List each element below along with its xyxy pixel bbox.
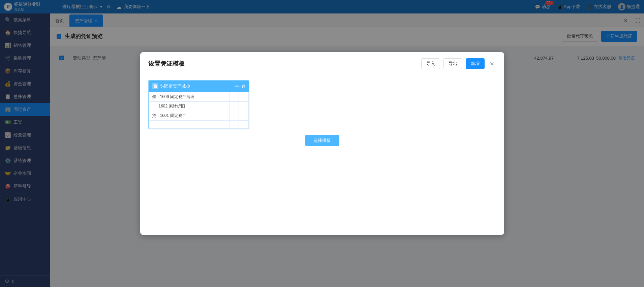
entry-amount-debit-3 xyxy=(229,111,239,121)
select-template-btn[interactable]: 选择模板 xyxy=(305,135,339,146)
import-btn[interactable]: 导入 xyxy=(421,58,440,69)
template-edit-icon[interactable]: ✏ xyxy=(235,84,239,89)
entry-amount-credit-2 xyxy=(239,102,248,111)
entry-type-1: 借：1606 固定资产清理 xyxy=(149,92,229,102)
entry-amount-debit-2 xyxy=(229,102,239,111)
template-table: 借：1606 固定资产清理 1602 累计折旧 贷：1601 固定资产 xyxy=(149,92,249,129)
modal-action-btns: 导入 导出 新增 ✕ xyxy=(421,58,496,69)
template-card-name: 5-固定资产减少 xyxy=(160,83,233,89)
template-card-icon: 📄 xyxy=(152,83,158,89)
modal-overlay: 设置凭证模板 导入 导出 新增 ✕ 📄 5-固定资产减少 ✏ 🗑 xyxy=(0,0,644,287)
modal-dialog: 设置凭证模板 导入 导出 新增 ✕ 📄 5-固定资产减少 ✏ 🗑 xyxy=(140,52,504,235)
export-btn[interactable]: 导出 xyxy=(443,58,462,69)
entry-type-3: 贷：1601 固定资产 xyxy=(149,111,229,121)
template-delete-icon[interactable]: 🗑 xyxy=(241,84,245,89)
template-card: 📄 5-固定资产减少 ✏ 🗑 借：1606 固定资产清理 xyxy=(148,80,249,129)
entry-row-1: 借：1606 固定资产清理 xyxy=(149,92,248,102)
empty-row xyxy=(149,121,248,129)
entry-type-2: 1602 累计折旧 xyxy=(149,102,229,111)
entry-amount-credit-1 xyxy=(239,92,248,102)
template-card-header: 📄 5-固定资产减少 ✏ 🗑 xyxy=(149,81,249,92)
entry-amount-debit-1 xyxy=(229,92,239,102)
modal-body: 📄 5-固定资产减少 ✏ 🗑 借：1606 固定资产清理 xyxy=(140,73,504,235)
modal-header: 设置凭证模板 导入 导出 新增 ✕ xyxy=(140,52,504,73)
template-card-actions: ✏ 🗑 xyxy=(235,84,245,89)
entry-row-2: 1602 累计折旧 xyxy=(149,102,248,111)
entry-row-3: 贷：1601 固定资产 xyxy=(149,111,248,121)
new-btn[interactable]: 新增 xyxy=(466,58,485,69)
entry-amount-credit-3 xyxy=(239,111,248,121)
modal-title: 设置凭证模板 xyxy=(148,60,185,68)
modal-close-btn[interactable]: ✕ xyxy=(488,60,496,68)
